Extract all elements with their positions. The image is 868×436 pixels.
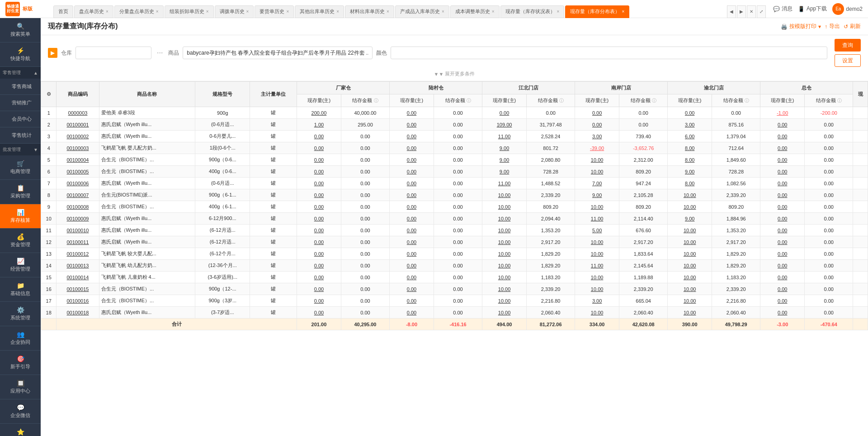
summary-yb-qty: 390.00	[668, 319, 712, 330]
nav-tab-8[interactable]: 产成品入库单历史×	[395, 5, 449, 18]
table-row: 2 00100001 惠氏启赋（Wyeth illu... (0-6月适... …	[41, 119, 868, 131]
nav-tab-1[interactable]: 盘点单历史×	[74, 5, 113, 18]
message-btn[interactable]: 💬 消息	[773, 5, 793, 13]
sidebar-item-appcenter[interactable]: 🔲 应用中心	[0, 375, 41, 399]
sidebar-item-retailshop[interactable]: 零售商城	[0, 79, 41, 95]
row-no: 5	[41, 154, 57, 166]
summary-jb-amt: 81,272.06	[527, 319, 575, 330]
settings-icon[interactable]: ⚙	[47, 91, 51, 97]
tab-close-11[interactable]: ×	[622, 9, 624, 14]
nav-tab-7[interactable]: 材料出库单历史×	[345, 5, 394, 18]
tab-next-arrow[interactable]: ▶	[737, 5, 746, 18]
info-icon-3[interactable]: ⓘ	[559, 98, 564, 103]
row-yb-qty: 10.00	[668, 201, 712, 213]
row-jb-amt: 1,829.20	[527, 248, 575, 260]
row-na-qty: 3.00	[575, 131, 619, 142]
row-code: 00100002	[57, 131, 99, 142]
row-yb-qty: 6.00	[668, 131, 712, 142]
row-yb-qty: 10.00	[668, 260, 712, 272]
sidebar-item-finance[interactable]: 💰 资金管理	[0, 229, 41, 253]
tab-close-2[interactable]: ×	[156, 9, 159, 14]
row-lc-amt: 0.00	[434, 178, 482, 189]
col-lc-amt: 结存金额 ⓘ	[434, 94, 482, 107]
sidebar-item-collab[interactable]: 👥 企业协同	[0, 326, 41, 351]
row-no: 9	[41, 201, 57, 213]
row-zc-qty: 0.00	[760, 119, 805, 131]
row-jb-qty: 10.00	[482, 307, 527, 319]
row-code: 00100008	[57, 201, 99, 213]
nav-tab-10[interactable]: 现存量（库存状况表）×	[500, 5, 565, 18]
row-no: 10	[41, 213, 57, 225]
sidebar-section-retail[interactable]: 零售管理 ▲	[0, 67, 41, 79]
nav-tab-4[interactable]: 调拨单历史×	[215, 5, 254, 18]
sidebar-item-purchase[interactable]: 📋 采购管理	[0, 180, 41, 204]
info-icon-1[interactable]: ⓘ	[374, 98, 378, 103]
sidebar-item-changhui[interactable]: ⭐ 畅会员	[0, 424, 41, 436]
warehouse-label: 仓库	[61, 49, 72, 57]
sidebar-item-retailstat[interactable]: 零售统计	[0, 127, 41, 144]
row-unit: 罐	[250, 295, 297, 307]
product-input[interactable]	[183, 47, 373, 59]
row-unit: 罐	[250, 189, 297, 201]
row-name: 惠氏启赋（Wyeth illu...	[99, 119, 195, 131]
info-icon-2[interactable]: ⓘ	[467, 98, 471, 103]
row-zc-qty: 0.00	[760, 142, 805, 154]
tab-close-10[interactable]: ×	[557, 9, 560, 14]
info-icon-6[interactable]: ⓘ	[837, 98, 842, 103]
sidebar-item-ecommerce[interactable]: 🛒 电商管理	[0, 155, 41, 180]
color-input[interactable]	[391, 47, 827, 59]
col-jb-amt: 结存金额 ⓘ	[527, 94, 575, 107]
warehouse-dots[interactable]: ···	[155, 49, 165, 57]
sidebar-item-operations[interactable]: 📈 经营管理	[0, 253, 41, 277]
row-code: 0000003	[57, 107, 99, 119]
export-btn[interactable]: ↑ 导出	[825, 23, 840, 30]
expand-conditions-btn[interactable]: ▼▼ 展开更多条件	[434, 70, 475, 77]
nav-tab-2[interactable]: 分量盘点单历史×	[114, 5, 164, 18]
app-download-btn[interactable]: 📱 App下载	[798, 5, 827, 13]
sidebar-item-inventory[interactable]: 📊 库存核算	[0, 204, 41, 229]
tab-prev-arrow[interactable]: ◀	[727, 5, 736, 18]
sidebar-item-basic[interactable]: 📁 基础信息	[0, 277, 41, 302]
info-icon-5[interactable]: ⓘ	[745, 98, 749, 103]
row-jb-amt: 0.00	[527, 107, 575, 119]
row-yb-amt: 2,339.20	[712, 283, 760, 295]
nav-tab-3[interactable]: 组装折卸单历史×	[165, 5, 214, 18]
tab-close-6[interactable]: ×	[336, 9, 339, 14]
nav-tab-5[interactable]: 要货单历史×	[255, 5, 294, 18]
tab-close-4[interactable]: ×	[246, 9, 249, 14]
nav-tab-11[interactable]: 现存量（库存分布表）×	[565, 5, 629, 18]
tab-close-9[interactable]: ×	[492, 9, 495, 14]
tab-expand-arrow[interactable]: ⤢	[757, 5, 766, 18]
sidebar-item-marketing[interactable]: 营销推广	[0, 95, 41, 111]
row-zc-qty: 0.00	[760, 189, 805, 201]
user-avatar-area[interactable]: Ea demo2	[832, 3, 863, 15]
refresh-btn[interactable]: ↺ 刷新	[844, 23, 861, 30]
sidebar-item-system[interactable]: ⚙️ 系统管理	[0, 302, 41, 326]
tab-close-7[interactable]: ×	[387, 9, 389, 14]
settings-button[interactable]: 设置	[835, 54, 861, 67]
print-label: 按模版打印	[789, 23, 816, 30]
info-icon-4[interactable]: ⓘ	[652, 98, 656, 103]
nav-tab-9[interactable]: 成本调整单历史×	[450, 5, 500, 18]
filter-collapse-btn[interactable]: ▶	[48, 48, 57, 58]
nav-tab-6[interactable]: 其他出库单历史×	[295, 5, 344, 18]
query-button[interactable]: 查询	[835, 39, 861, 52]
row-no: 8	[41, 189, 57, 201]
sidebar-item-quicknav[interactable]: ⚡ 快捷导航	[0, 42, 41, 67]
sidebar-item-member[interactable]: 会员中心	[0, 111, 41, 127]
tab-close-3[interactable]: ×	[206, 9, 209, 14]
print-btn[interactable]: 🖨️ 按模版打印 ▾	[781, 23, 821, 30]
tab-close-arrow[interactable]: ✕	[747, 5, 756, 18]
sidebar-label-quicknav: 快捷导航	[10, 56, 30, 61]
sidebar-item-guide[interactable]: 🎯 新手引导	[0, 351, 41, 375]
row-zc-amt: 0.00	[805, 213, 853, 225]
tab-close-8[interactable]: ×	[442, 9, 444, 14]
warehouse-input[interactable]	[75, 47, 151, 59]
sidebar-item-wechat[interactable]: 💬 企业微信	[0, 399, 41, 424]
nav-tab-0[interactable]: 首页	[53, 5, 73, 18]
tab-close-1[interactable]: ×	[106, 9, 108, 14]
row-zc-qty: 0.00	[760, 201, 805, 213]
tab-close-5[interactable]: ×	[286, 9, 289, 14]
sidebar-item-search[interactable]: 🔍 搜索英单	[0, 18, 41, 42]
sidebar-section-wholesale[interactable]: 批发管理 ▼	[0, 144, 41, 155]
